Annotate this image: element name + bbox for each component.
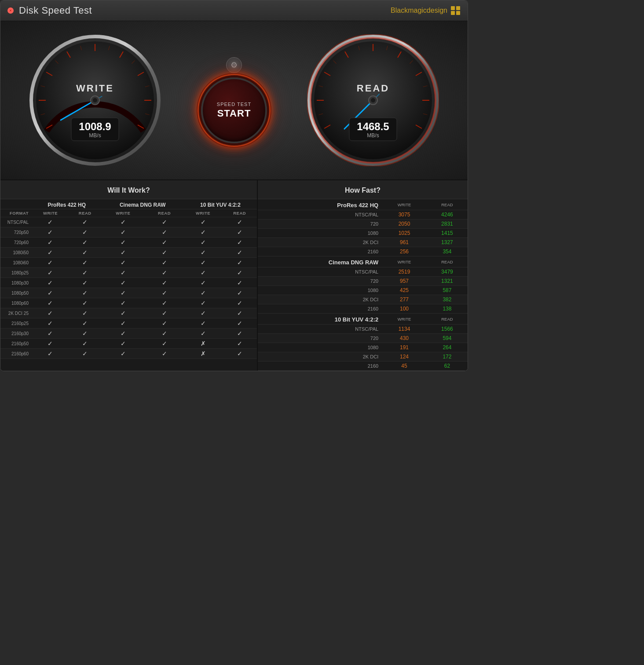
will-it-work-table: ProRes 422 HQ Cinema DNG RAW 10 Bit YUV …	[0, 199, 257, 359]
will-it-work-section: Will It Work? ProRes 422 HQ Cinema DNG R…	[0, 180, 258, 371]
table-row: 21604562	[258, 362, 468, 371]
check-mark: ✓	[222, 278, 257, 288]
format-label: 720	[258, 219, 382, 229]
how-fast-header: How Fast?	[258, 180, 468, 199]
table-row: 2160p30✓✓✓✓✓✓	[0, 329, 257, 339]
write-value: 45	[382, 362, 427, 371]
format-label: NTSC/PAL	[0, 217, 32, 227]
write-col-header: WRITE	[382, 256, 427, 267]
format-label: 1080p60	[0, 298, 32, 308]
write-value: 256	[382, 247, 427, 256]
group-name-label: ProRes 422 HQ	[258, 199, 382, 210]
table-row: 720p60✓✓✓✓✓✓	[0, 238, 257, 248]
group-name-label: 10 Bit YUV 4:2:2	[258, 314, 382, 325]
check-mark: ✓	[32, 288, 69, 298]
table-row: 7209571321	[258, 277, 468, 286]
read-col-header: READ	[427, 199, 468, 210]
table-row: 1080425587	[258, 286, 468, 295]
check-mark: ✓	[145, 298, 184, 308]
check-mark: ✓	[102, 227, 145, 238]
read-value: 1415	[427, 229, 468, 238]
speed-test-label: SPEED TEST	[217, 102, 251, 107]
cross-mark: ✗	[184, 349, 222, 359]
read-value: 354	[427, 247, 468, 256]
check-mark: ✓	[102, 278, 145, 288]
check-mark: ✓	[145, 349, 184, 359]
check-mark: ✓	[145, 318, 184, 329]
table-row: 2K DCI277382	[258, 295, 468, 304]
check-mark: ✓	[69, 217, 102, 227]
write-value: 961	[382, 238, 427, 247]
table-row: 1080i50✓✓✓✓✓✓	[0, 248, 257, 258]
check-mark: ✓	[145, 258, 184, 268]
table-row: 2160100138	[258, 304, 468, 314]
check-mark: ✓	[145, 329, 184, 339]
check-mark: ✓	[32, 278, 69, 288]
check-mark: ✓	[69, 268, 102, 278]
how-fast-section: How Fast? ProRes 422 HQWRITEREADNTSC/PAL…	[258, 180, 468, 371]
read-value: 594	[427, 334, 468, 343]
check-mark: ✓	[145, 217, 184, 227]
svg-text:MB/s: MB/s	[89, 132, 101, 139]
check-mark: ✓	[184, 227, 222, 238]
write-value: 425	[382, 286, 427, 295]
table-row: NTSC/PAL✓✓✓✓✓✓	[0, 217, 257, 227]
format-label: 2K DCI	[258, 295, 382, 304]
table-row: 720430594	[258, 334, 468, 343]
check-mark: ✓	[184, 298, 222, 308]
check-mark: ✓	[102, 339, 145, 349]
check-mark: ✓	[145, 339, 184, 349]
start-test-button[interactable]: SPEED TEST START	[201, 77, 267, 143]
check-mark: ✓	[32, 227, 69, 238]
read-value: 172	[427, 352, 468, 362]
format-label: 2160	[258, 304, 382, 314]
table-row: 2160p25✓✓✓✓✓✓	[0, 318, 257, 329]
check-mark: ✓	[102, 349, 145, 359]
format-label: 2K DCI	[258, 238, 382, 247]
svg-text:READ: READ	[356, 83, 389, 94]
check-mark: ✓	[69, 258, 102, 268]
write-value: 191	[382, 343, 427, 352]
close-button[interactable]: ×	[7, 7, 14, 14]
format-label: 2K DCI 25	[0, 308, 32, 318]
check-mark: ✓	[102, 217, 145, 227]
format-label: 1080	[258, 286, 382, 295]
how-fast-table: ProRes 422 HQWRITEREADNTSC/PAL3075424672…	[258, 199, 468, 371]
check-mark: ✓	[32, 339, 69, 349]
check-mark: ✓	[222, 349, 257, 359]
check-mark: ✓	[184, 238, 222, 248]
read-value: 587	[427, 286, 468, 295]
check-mark: ✓	[184, 268, 222, 278]
table-row: 1080p30✓✓✓✓✓✓	[0, 278, 257, 288]
check-mark: ✓	[69, 298, 102, 308]
table-row: 108010251415	[258, 229, 468, 238]
format-label: 1080p30	[0, 278, 32, 288]
check-mark: ✓	[222, 227, 257, 238]
settings-button[interactable]: ⚙	[226, 57, 242, 73]
tables-area: Will It Work? ProRes 422 HQ Cinema DNG R…	[0, 180, 468, 371]
format-label: 720	[258, 334, 382, 343]
check-mark: ✓	[69, 238, 102, 248]
check-mark: ✓	[32, 329, 69, 339]
table-row: 720p50✓✓✓✓✓✓	[0, 227, 257, 238]
write-value: 124	[382, 352, 427, 362]
check-mark: ✓	[222, 339, 257, 349]
check-mark: ✓	[222, 248, 257, 258]
write-value: 100	[382, 304, 427, 314]
check-mark: ✓	[32, 298, 69, 308]
format-label: 1080i50	[0, 248, 32, 258]
read-col-header: READ	[427, 314, 468, 325]
gear-icon: ⚙	[231, 60, 238, 70]
check-mark: ✓	[145, 268, 184, 278]
table-row: NTSC/PAL11341566	[258, 325, 468, 334]
table-row: NTSC/PAL25193479	[258, 267, 468, 277]
check-mark: ✓	[184, 288, 222, 298]
read-gauge: READ 1468.5 MB/s	[307, 34, 439, 166]
read-value: 138	[427, 304, 468, 314]
format-label: 1080	[258, 229, 382, 238]
table-row: NTSC/PAL30754246	[258, 210, 468, 219]
format-label: 720p60	[0, 238, 32, 248]
check-mark: ✓	[145, 288, 184, 298]
write-value: 3075	[382, 210, 427, 219]
check-mark: ✓	[69, 318, 102, 329]
